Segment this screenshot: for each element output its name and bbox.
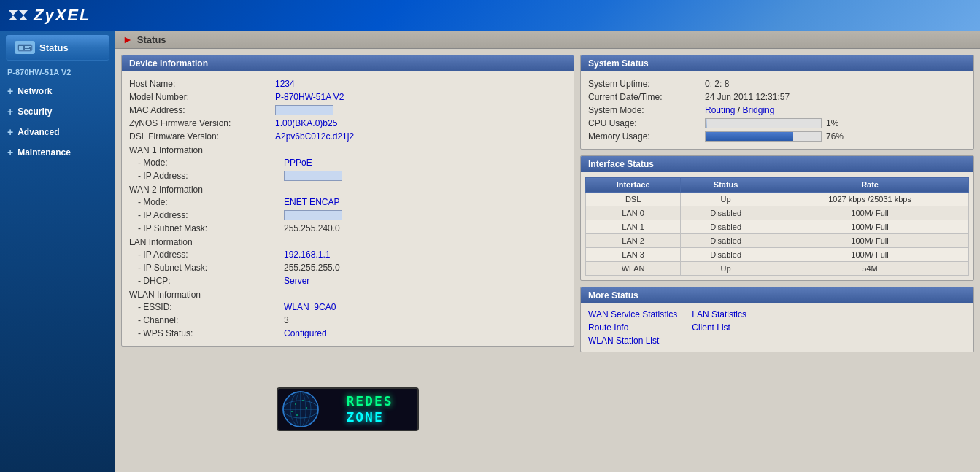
routing-link[interactable]: Routing bbox=[705, 105, 735, 115]
svg-point-15 bbox=[302, 400, 304, 401]
expand-icon: + bbox=[7, 106, 13, 117]
redes-zone-text: REDES ZONE bbox=[346, 393, 393, 425]
table-row: LAN 1Disabled100M/ Full bbox=[586, 220, 969, 234]
zynos-fw-link[interactable]: 1.00(BKA.0)b25 bbox=[275, 118, 337, 128]
svg-point-14 bbox=[295, 403, 296, 405]
content: ► Status Device Information Host Name: 1… bbox=[115, 31, 980, 472]
mem-row: Memory Usage: 76% bbox=[588, 130, 966, 143]
sidebar-item-label: Maintenance bbox=[18, 147, 71, 158]
interface-tbody: DSLUp1027 kbps /25031 kbpsLAN 0Disabled1… bbox=[586, 193, 969, 276]
device-info-header: Device Information bbox=[122, 55, 574, 71]
svg-marker-1 bbox=[19, 10, 28, 20]
sidebar-item-label: Security bbox=[18, 107, 52, 117]
wan2-ip-box bbox=[284, 210, 342, 220]
interface-status-body: Interface Status Rate DSLUp1027 kbps /25… bbox=[581, 172, 973, 280]
sidebar-item-network[interactable]: + Network bbox=[0, 81, 115, 101]
mem-progress: 76% bbox=[705, 131, 844, 142]
zynos-fw-row: ZyNOS Firmware Version: 1.00(BKA.0)b25 bbox=[129, 117, 566, 130]
wlan-station-list-link[interactable]: WLAN Station List bbox=[588, 336, 677, 346]
more-status-body: WAN Service Statistics Route Info WLAN S… bbox=[581, 303, 973, 352]
wlan-essid-link[interactable]: WLAN_9CA0 bbox=[284, 302, 336, 312]
lan-dhcp-link[interactable]: Server bbox=[284, 276, 309, 286]
interface-table: Interface Status Rate DSLUp1027 kbps /25… bbox=[585, 177, 969, 276]
wan2-mode-row: - Mode: ENET ENCAP bbox=[129, 196, 566, 209]
col-status: Status bbox=[681, 177, 771, 193]
sidebar-item-advanced[interactable]: + Advanced bbox=[0, 122, 115, 142]
svg-point-17 bbox=[296, 414, 298, 416]
svg-rect-4 bbox=[25, 46, 31, 47]
wlan-channel-value: 3 bbox=[284, 315, 289, 325]
title-arrow-icon: ► bbox=[123, 34, 133, 45]
cell-status-5: Up bbox=[681, 262, 771, 276]
right-panel: System Status System Uptime: 0: 2: 8 Cur… bbox=[580, 55, 974, 466]
dsl-fw-row: DSL Firmware Version: A2pv6bC012c.d21j2 bbox=[129, 130, 566, 143]
client-list-link[interactable]: Client List bbox=[692, 322, 746, 333]
wlan-header: WLAN Information bbox=[129, 287, 566, 301]
inner-content: Device Information Host Name: 1234 Model… bbox=[115, 49, 980, 472]
model-number-link[interactable]: P-870HW-51A V2 bbox=[275, 92, 344, 102]
lan-ip-link[interactable]: 192.168.1.1 bbox=[284, 249, 330, 260]
cell-rate-2: 100M/ Full bbox=[771, 220, 969, 234]
sidebar-item-security[interactable]: + Security bbox=[0, 101, 115, 122]
svg-point-16 bbox=[306, 407, 307, 409]
wan2-subnet-value: 255.255.240.0 bbox=[284, 223, 340, 233]
svg-rect-5 bbox=[25, 47, 29, 48]
interface-status-section: Interface Status Interface Status Rate bbox=[580, 155, 974, 281]
more-status-section: More Status WAN Service Statistics Route… bbox=[580, 287, 974, 352]
mac-address-box bbox=[275, 105, 333, 115]
cell-interface-3: LAN 2 bbox=[586, 234, 681, 248]
date-row: Current Date/Time: 24 Jun 2011 12:31:57 bbox=[588, 90, 966, 104]
device-info-body: Host Name: 1234 Model Number: P-870HW-51… bbox=[122, 71, 574, 346]
lan-ip-row: - IP Address: 192.168.1.1 bbox=[129, 248, 566, 261]
system-status-section: System Status System Uptime: 0: 2: 8 Cur… bbox=[580, 55, 974, 150]
host-name-row: Host Name: 1234 bbox=[129, 77, 566, 90]
wan2-mode-link[interactable]: ENET ENCAP bbox=[284, 197, 339, 207]
dsl-fw-link[interactable]: A2pv6bC012c.d21j2 bbox=[275, 131, 354, 142]
lan-stats-link[interactable]: LAN Statistics bbox=[692, 309, 746, 320]
wlan-wps-link[interactable]: Configured bbox=[284, 328, 327, 338]
cpu-row: CPU Usage: 1% bbox=[588, 117, 966, 130]
cell-status-0: Up bbox=[681, 193, 771, 206]
sidebar-item-maintenance[interactable]: + Maintenance bbox=[0, 142, 115, 163]
globe-icon bbox=[281, 390, 321, 430]
sidebar: Status P-870HW-51A V2 + Network + Securi… bbox=[0, 31, 115, 472]
status-label: Status bbox=[39, 42, 69, 53]
cell-interface-2: LAN 1 bbox=[586, 220, 681, 234]
wan2-subnet-row: - IP Subnet Mask: 255.255.240.0 bbox=[129, 222, 566, 235]
lan-dhcp-row: - DHCP: Server bbox=[129, 274, 566, 287]
device-info-section: Device Information Host Name: 1234 Model… bbox=[121, 55, 574, 347]
zyxel-logo-icon bbox=[7, 7, 31, 23]
status-icon bbox=[15, 41, 35, 54]
host-name-link[interactable]: 1234 bbox=[275, 79, 295, 89]
wan1-header: WAN 1 Information bbox=[129, 143, 566, 156]
wan1-mode-row: - Mode: PPPoE bbox=[129, 156, 566, 169]
col-rate: Rate bbox=[771, 177, 969, 193]
sidebar-item-label: Network bbox=[18, 86, 52, 96]
uptime-row: System Uptime: 0: 2: 8 bbox=[588, 77, 966, 90]
table-row: WLANUp54M bbox=[586, 262, 969, 276]
cell-status-1: Disabled bbox=[681, 206, 771, 220]
bottom-image-area: REDES ZONE bbox=[121, 352, 574, 466]
table-row: LAN 0Disabled100M/ Full bbox=[586, 206, 969, 220]
wan1-mode-link[interactable]: PPPoE bbox=[284, 158, 312, 168]
svg-point-18 bbox=[291, 411, 293, 412]
logo-text: ZyXEL bbox=[34, 6, 90, 25]
mode-row: System Mode: Routing / Bridging bbox=[588, 104, 966, 117]
page-title: Status bbox=[137, 34, 166, 45]
wan-service-stats-link[interactable]: WAN Service Statistics bbox=[588, 309, 677, 320]
title-bar: ► Status bbox=[115, 31, 980, 49]
more-status-header: More Status bbox=[581, 287, 973, 303]
status-button[interactable]: Status bbox=[6, 35, 109, 61]
wan2-ip-row: - IP Address: bbox=[129, 209, 566, 222]
date-value: 24 Jun 2011 12:31:57 bbox=[705, 92, 790, 102]
uptime-value: 0: 2: 8 bbox=[705, 79, 729, 89]
lan-header: LAN Information bbox=[129, 235, 566, 248]
interface-status-header: Interface Status bbox=[581, 156, 973, 172]
route-info-link[interactable]: Route Info bbox=[588, 322, 677, 333]
cell-rate-5: 54M bbox=[771, 262, 969, 276]
wlan-wps-row: - WPS Status: Configured bbox=[129, 327, 566, 340]
svg-rect-3 bbox=[19, 46, 23, 50]
bridging-link[interactable]: Bridging bbox=[742, 105, 774, 115]
system-status-body: System Uptime: 0: 2: 8 Current Date/Time… bbox=[581, 71, 973, 149]
cell-rate-1: 100M/ Full bbox=[771, 206, 969, 220]
